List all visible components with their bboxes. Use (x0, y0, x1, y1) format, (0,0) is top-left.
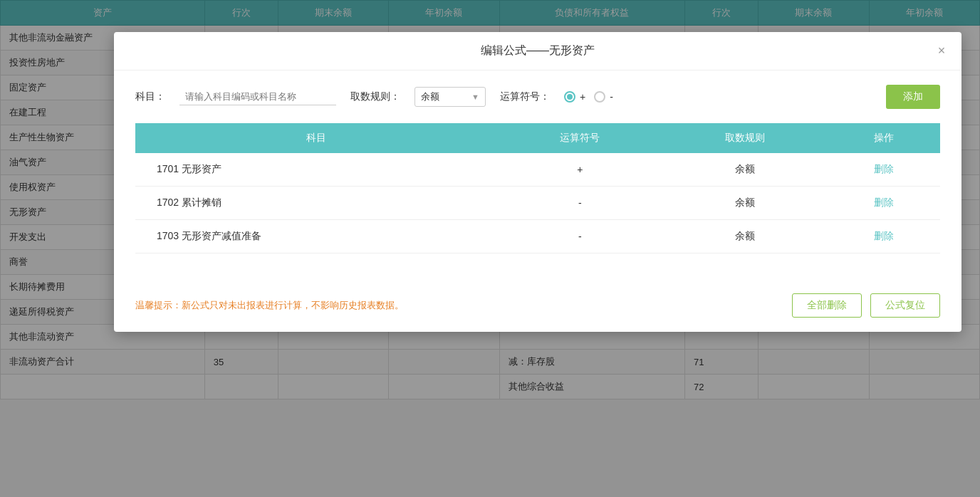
formula-action: 删除 (828, 220, 940, 253)
formula-operator: - (497, 187, 662, 220)
operator-minus-radio[interactable]: - (594, 91, 613, 103)
radio-plus-circle (564, 91, 575, 103)
modal-close-button[interactable]: × (933, 43, 950, 60)
radio-minus-circle (594, 91, 605, 103)
operator-plus-label: + (580, 91, 585, 103)
table-header-subject: 科目 (135, 123, 497, 153)
rule-select-value: 余额 (421, 90, 466, 103)
footer-tip: 温馨提示：新公式只对未出报表进行计算，不影响历史报表数据。 (135, 299, 404, 312)
operator-label: 运算符号： (500, 90, 550, 103)
formula-action: 删除 (828, 153, 940, 187)
formula-row: 1703 无形资产减值准备 - 余额 删除 (135, 220, 940, 253)
subject-input[interactable] (179, 88, 336, 105)
formula-rule: 余额 (662, 220, 828, 253)
modal-title: 编辑公式——无形资产 (481, 43, 595, 58)
delete-row-button[interactable]: 删除 (874, 230, 894, 243)
formula-rule: 余额 (662, 153, 828, 187)
operator-minus-label: - (610, 91, 613, 103)
chevron-down-icon: ▼ (471, 93, 479, 101)
delete-row-button[interactable]: 删除 (874, 197, 894, 209)
formula-row: 1702 累计摊销 - 余额 删除 (135, 187, 940, 220)
modal-body: 科目： 取数规则： 余额 ▼ 运算符号： + - 添加 (114, 70, 961, 282)
rule-label: 取数规则： (350, 90, 400, 103)
table-header-action: 操作 (828, 123, 940, 153)
formula-table: 科目 运算符号 取数规则 操作 1701 无形资产 + 余额 删除 1702 累… (135, 123, 940, 253)
edit-formula-modal: 编辑公式——无形资产 × 科目： 取数规则： 余额 ▼ 运算符号： + - (114, 32, 961, 332)
operator-plus-radio[interactable]: + (564, 91, 585, 103)
formula-action: 删除 (828, 187, 940, 220)
table-header-operator: 运算符号 (497, 123, 662, 153)
formula-operator: - (497, 220, 662, 253)
modal-header: 编辑公式——无形资产 × (114, 32, 961, 70)
formula-rule: 余额 (662, 187, 828, 220)
add-button[interactable]: 添加 (886, 85, 940, 109)
modal-footer: 温馨提示：新公式只对未出报表进行计算，不影响历史报表数据。 全部删除 公式复位 (114, 282, 961, 332)
subject-label: 科目： (135, 90, 165, 103)
table-header-rule: 取数规则 (662, 123, 828, 153)
footer-buttons: 全部删除 公式复位 (792, 293, 940, 318)
formula-operator: + (497, 153, 662, 187)
form-row: 科目： 取数规则： 余额 ▼ 运算符号： + - 添加 (135, 85, 940, 109)
operator-group: + - (564, 91, 613, 103)
formula-subject: 1702 累计摊销 (135, 187, 497, 220)
formula-row: 1701 无形资产 + 余额 删除 (135, 153, 940, 187)
formula-subject: 1703 无形资产减值准备 (135, 220, 497, 253)
delete-all-button[interactable]: 全部删除 (792, 293, 862, 318)
reset-formula-button[interactable]: 公式复位 (870, 293, 940, 318)
formula-subject: 1701 无形资产 (135, 153, 497, 187)
rule-select[interactable]: 余额 ▼ (415, 87, 486, 107)
delete-row-button[interactable]: 删除 (874, 163, 894, 176)
